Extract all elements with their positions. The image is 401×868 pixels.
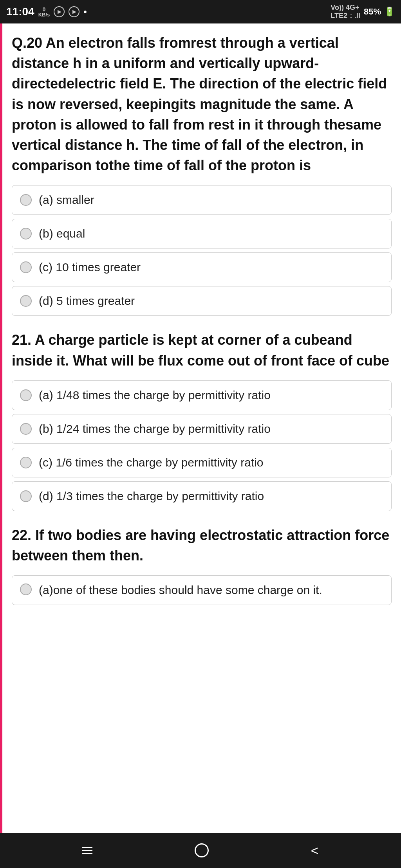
q21-radio-a xyxy=(20,389,32,401)
phone-frame: 11:04 0 KB/s ▶ ▶ • Vo)) 4G+LTE2 ↕ .ll 85… xyxy=(0,0,401,868)
q21-label-c: (c) 1/6 times the charge by permittivity… xyxy=(39,454,264,471)
back-button[interactable] xyxy=(78,842,97,859)
bottom-nav: < xyxy=(0,833,401,868)
q20-radio-b xyxy=(20,228,32,240)
q21-label-b: (b) 1/24 times the charge by permittivit… xyxy=(39,421,271,437)
chevron-left-icon: < xyxy=(311,843,319,858)
q20-radio-d xyxy=(20,295,32,307)
status-kb: 0 KB/s xyxy=(38,7,50,17)
dot-icon: • xyxy=(83,6,87,17)
q20-label-a: (a) smaller xyxy=(39,192,94,208)
menu-lines-icon xyxy=(82,847,92,854)
q22-radio-a xyxy=(20,583,32,595)
q21-option-c[interactable]: (c) 1/6 times the charge by permittivity… xyxy=(12,448,392,477)
question-22-options: (a)one of these bodies should have some … xyxy=(12,575,392,605)
q21-radio-d xyxy=(20,490,32,502)
q21-option-b[interactable]: (b) 1/24 times the charge by permittivit… xyxy=(12,414,392,444)
question-21-options: (a) 1/48 times the charge by permittivit… xyxy=(12,380,392,511)
q22-label-a: (a)one of these bodies should have some … xyxy=(39,582,322,598)
q20-option-d[interactable]: (d) 5 times greater xyxy=(12,286,392,316)
question-22-text: 22. If two bodies are having electrostat… xyxy=(12,525,392,566)
q20-radio-c xyxy=(20,261,32,273)
question-22-block: 22. If two bodies are having electrostat… xyxy=(12,525,392,605)
content-area: Q.20 An electron falls fromrest through … xyxy=(0,23,401,833)
q22-option-a[interactable]: (a)one of these bodies should have some … xyxy=(12,575,392,605)
question-20-options: (a) smaller (b) equal (c) 10 times great… xyxy=(12,185,392,316)
status-left: 11:04 0 KB/s ▶ ▶ • xyxy=(6,5,87,18)
q21-option-a[interactable]: (a) 1/48 times the charge by permittivit… xyxy=(12,380,392,410)
status-bar: 11:04 0 KB/s ▶ ▶ • Vo)) 4G+LTE2 ↕ .ll 85… xyxy=(0,0,401,23)
play-icon: ▶ xyxy=(54,6,65,17)
question-21-text: 21. A charge particle is kept at corner … xyxy=(12,330,392,371)
q21-radio-c xyxy=(20,457,32,468)
battery-icon: 🔋 xyxy=(384,7,395,17)
question-20-text: Q.20 An electron falls fromrest through … xyxy=(12,33,392,176)
recent-button[interactable]: < xyxy=(306,838,323,863)
record-icon: ▶ xyxy=(69,6,79,17)
q20-option-a[interactable]: (a) smaller xyxy=(12,185,392,215)
home-button[interactable] xyxy=(190,839,213,862)
carrier-text: Vo)) 4G+LTE2 ↕ .ll xyxy=(331,4,361,20)
status-time: 11:04 xyxy=(6,5,34,18)
q20-option-b[interactable]: (b) equal xyxy=(12,219,392,249)
q20-label-b: (b) equal xyxy=(39,225,85,242)
q20-label-d: (d) 5 times greater xyxy=(39,293,135,309)
q21-label-a: (a) 1/48 times the charge by permittivit… xyxy=(39,387,271,403)
battery-text: 85% xyxy=(364,7,381,17)
q20-radio-a xyxy=(20,194,32,206)
q20-label-c: (c) 10 times greater xyxy=(39,259,141,276)
question-21-block: 21. A charge particle is kept at corner … xyxy=(12,330,392,511)
status-right: Vo)) 4G+LTE2 ↕ .ll 85% 🔋 xyxy=(331,4,395,20)
q21-option-d[interactable]: (d) 1/3 times the charge by permittivity… xyxy=(12,481,392,511)
home-circle-icon xyxy=(195,843,209,857)
q21-radio-b xyxy=(20,423,32,435)
q20-option-c[interactable]: (c) 10 times greater xyxy=(12,252,392,282)
question-20-block: Q.20 An electron falls fromrest through … xyxy=(12,33,392,316)
q21-label-d: (d) 1/3 times the charge by permittivity… xyxy=(39,488,264,504)
